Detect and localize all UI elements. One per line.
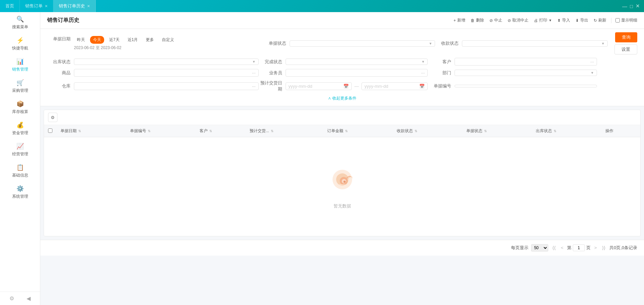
date-btn-7days[interactable]: 近7天 [106,36,123,44]
pagination: 每页显示 10 20 50 100 ⟨⟨ ＜ 第 页 ＞ ⟩⟩ 共0页,0条记录 [40,240,644,256]
purchase-icon: 🛒 [16,79,24,86]
sidebar-item-system[interactable]: ⚙️ 系统管理 [0,182,40,203]
date-separator: — [353,84,360,89]
stop-icon: ⊘ [489,18,493,23]
content-area: 销售订单历史 + 新增 🗑 删除 ⊘ 中止 ⊘ 取消中止 [40,12,644,305]
th-outbound-status-sort[interactable]: ⇅ [554,129,556,133]
sidebar-item-quick-nav[interactable]: ⚡ 快捷导航 [0,33,40,54]
collapse-label: 收起更多条件 [332,96,356,101]
sidebar-item-search[interactable]: 🔍 搜索菜单 [0,12,40,33]
warehouse-dotdot[interactable]: ··· [252,84,256,89]
department-select[interactable]: ▼ [455,70,597,76]
page-size-dropdown[interactable]: 10 20 50 100 [531,244,548,252]
tab-sales-order-close[interactable]: ✕ [45,4,48,8]
tab-sales-order-history-label: 销售订单历史 [59,3,85,9]
completion-status-select[interactable]: ▼ [286,59,428,65]
estimated-date-end[interactable]: yyyy-mm-dd [364,84,419,89]
outbound-status-select[interactable]: ▼ [74,59,259,65]
goods-dotdot[interactable]: ··· [252,70,256,75]
refresh-button[interactable]: ↻ 刷新 [593,16,607,25]
print-button[interactable]: 🖨 打印 ▼ [533,16,553,25]
th-operation: 操作 [601,125,640,137]
delete-button[interactable]: 🗑 删除 [470,16,485,25]
settings-button[interactable]: 设置 [614,44,637,54]
tab-home-label: 首页 [5,3,14,9]
sidebar-item-purchase[interactable]: 🛒 采购管理 [0,76,40,97]
goods-label: 商品 [47,70,74,76]
sidebar-item-finance[interactable]: 💰 资金管理 [0,118,40,139]
sidebar-item-sales[interactable]: 📊 销售管理 [0,54,40,76]
collapse-bar[interactable]: ∧ 收起更多条件 [47,94,637,103]
cal-end-icon[interactable]: 📅 [419,84,425,89]
th-voucher-no-sort[interactable]: ⇅ [148,129,151,133]
customer-dotdot[interactable]: ··· [590,59,594,64]
delete-icon: 🗑 [471,18,475,23]
cancel-stop-icon: ⊘ [508,18,511,23]
date-btn-1month[interactable]: 近1月 [125,36,141,44]
th-receipt-status-sort[interactable]: ⇅ [415,129,417,133]
tab-sales-order-history[interactable]: 销售订单历史 ✕ [53,0,96,12]
sidebar-item-purchase-label: 采购管理 [12,88,28,93]
th-order-amount-sort[interactable]: ⇅ [345,129,348,133]
sidebar-item-inventory[interactable]: 📦 库存核算 [0,97,40,118]
th-customer: 客户 ⇅ [196,125,246,137]
date-filter: 昨天 今天 近7天 近1月 更多 自定义 [74,36,263,44]
estimated-date-start[interactable]: yyyy-mm-dd [289,84,343,89]
voucher-no-label: 单据编号 [428,83,455,89]
cal-start-icon[interactable]: 📅 [343,84,349,89]
close-button[interactable]: ✕ [636,3,640,9]
tab-sales-order-history-close[interactable]: ✕ [87,4,90,8]
sidebar-bottom: ⚙ ◀ [0,292,40,305]
tab-sales-order-label: 销售订单 [25,3,43,9]
display-detail-checkbox-label[interactable]: 显示明细 [615,17,637,23]
cancel-stop-label: 取消中止 [512,17,528,23]
export-button[interactable]: ⬇ 导出 [575,16,589,25]
th-receipt-status: 收款状态 ⇅ [393,125,462,137]
query-button[interactable]: 查询 [615,32,637,42]
current-page-input[interactable] [573,244,585,251]
data-table: 单据日期 ⇅ 单据编号 ⇅ 客户 ⇅ 预计交货... [44,125,640,137]
th-estimated-delivery-label: 预计交货... [250,128,269,133]
tab-sales-order[interactable]: 销售订单 ✕ [20,0,53,12]
th-date-sort[interactable]: ⇅ [78,129,81,133]
import-button[interactable]: ⬆ 导入 [557,16,571,25]
first-page-button[interactable]: ⟨⟨ [551,244,557,251]
print-icon: 🖨 [534,18,538,23]
department-arrow: ▼ [591,71,594,75]
page-title: 销售订单历史 [47,17,79,24]
th-voucher-status-label: 单据状态 [466,128,482,133]
date-btn-today[interactable]: 今天 [90,36,104,44]
date-btn-yesterday[interactable]: 昨天 [74,36,88,44]
sidebar-item-inventory-label: 库存核算 [12,109,28,115]
table-settings-icon[interactable]: ⚙ [48,113,57,122]
status-select-arrow: ▼ [429,42,432,45]
th-customer-sort[interactable]: ⇅ [209,129,212,133]
next-page-button[interactable]: ＞ [592,244,599,252]
select-all-checkbox[interactable] [48,128,52,133]
refresh-label: 刷新 [598,17,606,23]
last-page-button[interactable]: ⟩⟩ [601,244,607,251]
date-btn-custom[interactable]: 自定义 [159,36,177,44]
cancel-stop-button[interactable]: ⊘ 取消中止 [507,16,529,25]
receipt-status-select[interactable]: ▼ [462,40,608,47]
sidebar-settings-icon[interactable]: ⚙ [9,295,14,302]
status-filter-label: 单据状态 [263,40,290,46]
maximize-button[interactable]: □ [630,3,633,9]
sidebar-item-operations[interactable]: 📈 经营管理 [0,139,40,160]
prev-page-button[interactable]: ＜ [558,244,566,252]
minimize-button[interactable]: — [622,3,627,9]
sidebar-collapse-icon[interactable]: ◀ [27,295,31,302]
date-btn-more[interactable]: 更多 [143,36,157,44]
th-estimated-delivery-sort[interactable]: ⇅ [271,129,273,133]
tab-home[interactable]: 首页 [0,0,20,12]
sales-person-dotdot[interactable]: ··· [421,70,425,75]
receipt-status-arrow: ▼ [601,42,605,45]
th-date: 单据日期 ⇅ [56,125,126,137]
sidebar-item-basic-info[interactable]: 📋 基础信息 [0,160,40,182]
th-voucher-status-sort[interactable]: ⇅ [484,129,487,133]
status-select[interactable]: ▼ [290,40,435,47]
add-button[interactable]: + 新增 [453,16,466,25]
stop-button[interactable]: ⊘ 中止 [489,16,503,25]
th-customer-label: 客户 [200,128,208,133]
display-detail-checkbox[interactable] [615,18,620,23]
